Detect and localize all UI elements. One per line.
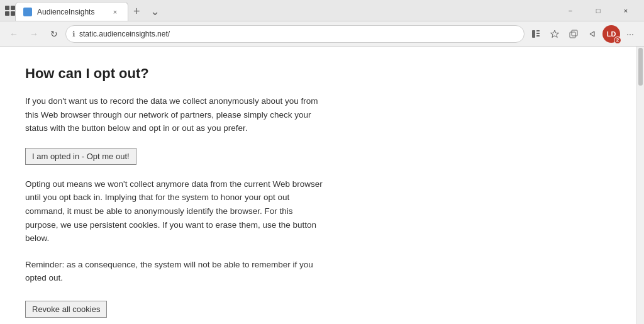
minimize-button[interactable]: −	[557, 0, 584, 21]
reader-view-button[interactable]	[527, 25, 545, 43]
window-controls: − □ ×	[557, 0, 644, 21]
back-button[interactable]: ←	[5, 25, 23, 43]
svg-rect-1	[11, 6, 15, 10]
star-icon	[550, 30, 559, 38]
paragraph-1: If you don't want us to record the data …	[25, 94, 327, 135]
new-tab-button[interactable]: +	[128, 2, 145, 21]
svg-rect-2	[5, 11, 9, 16]
opt-out-button[interactable]: I am opted in - Opt me out!	[25, 148, 136, 165]
security-icon: ℹ	[72, 30, 75, 38]
forward-button[interactable]: →	[25, 25, 43, 43]
collections-button[interactable]	[565, 25, 582, 43]
revoke-cookies-button[interactable]: Revoke all cookies	[25, 301, 107, 318]
svg-point-4	[25, 9, 31, 15]
browser-window: AudienceInsights × + ⌄ − □ × ← → ↻ ℹ sta…	[0, 0, 644, 324]
close-button[interactable]: ×	[613, 0, 639, 21]
scrollbar[interactable]	[636, 47, 644, 324]
tab-favicon	[23, 8, 32, 16]
favorites-button[interactable]	[546, 25, 564, 43]
paragraph-3: Reminder: as a consequence, the system w…	[25, 258, 327, 285]
reader-icon	[531, 30, 540, 38]
profile-button[interactable]: LD 2	[602, 25, 620, 43]
tab-list-button[interactable]: ⌄	[145, 2, 165, 21]
address-text: static.audienceinsights.net/	[79, 30, 518, 38]
page-heading: How can I opt out?	[25, 65, 611, 82]
tab-bar: AudienceInsights × + ⌄	[15, 0, 557, 21]
svg-rect-10	[570, 32, 575, 38]
address-bar[interactable]: ℹ static.audienceinsights.net/	[65, 25, 525, 43]
scrollbar-thumb[interactable]	[638, 48, 643, 86]
nav-actions: LD 2 ···	[527, 25, 639, 43]
svg-rect-6	[536, 30, 540, 31]
title-bar-left	[0, 6, 15, 16]
refresh-button[interactable]: ↻	[45, 25, 63, 43]
share-button[interactable]	[584, 25, 601, 43]
tab-close-button[interactable]: ×	[110, 7, 120, 17]
svg-rect-8	[536, 35, 540, 36]
title-bar: AudienceInsights × + ⌄ − □ ×	[0, 0, 644, 21]
active-tab[interactable]: AudienceInsights ×	[15, 2, 128, 21]
profile-badge: 2	[614, 36, 621, 44]
svg-rect-11	[572, 30, 577, 36]
nav-bar: ← → ↻ ℹ static.audienceinsights.net/	[0, 21, 644, 47]
browser-icon	[5, 6, 15, 16]
svg-rect-5	[532, 30, 535, 38]
svg-marker-9	[551, 30, 559, 38]
profile-label: LD	[607, 30, 616, 38]
page-content: How can I opt out? If you don't want us …	[0, 47, 636, 324]
share-icon	[588, 30, 597, 38]
svg-rect-3	[11, 11, 15, 16]
paragraph-2: Opting out means we won't collect anymor…	[25, 177, 327, 245]
collections-icon	[569, 30, 578, 38]
svg-rect-7	[536, 33, 540, 34]
content-area: How can I opt out? If you don't want us …	[0, 47, 644, 324]
restore-button[interactable]: □	[585, 0, 611, 21]
tab-title: AudienceInsights	[37, 8, 94, 16]
more-button[interactable]: ···	[621, 25, 639, 43]
svg-rect-0	[5, 6, 9, 10]
